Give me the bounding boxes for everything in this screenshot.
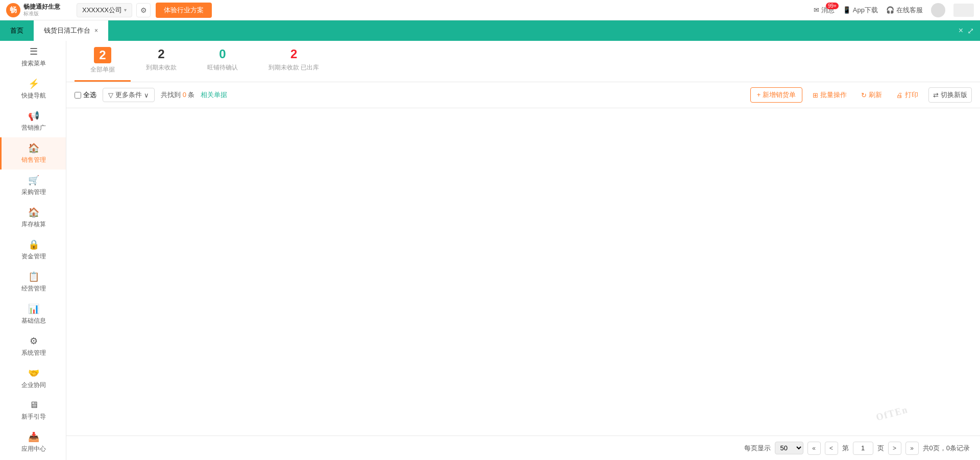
related-button[interactable]: 相关单据	[201, 90, 227, 100]
batch-button[interactable]: ⊞ 批量操作	[808, 88, 851, 102]
page-unit: 页	[877, 444, 884, 453]
sidebar-item-apps[interactable]: 📥 应用中心	[0, 426, 66, 458]
stat-num-overdue: 2	[158, 47, 164, 61]
sidebar-item-basic-info[interactable]: 📊 基础信息	[0, 298, 66, 330]
batch-icon: ⊞	[813, 91, 818, 99]
online-service-label: 在线客服	[896, 6, 923, 15]
user-name-area[interactable]	[953, 4, 974, 17]
sidebar-item-search[interactable]: ☰ 搜索菜单	[0, 41, 66, 73]
gear-button[interactable]: ⚙	[136, 3, 151, 17]
sidebar-label-guide: 新手引导	[21, 413, 46, 421]
message-badge: 99+	[826, 3, 839, 9]
phone-icon: 📱	[843, 6, 851, 14]
select-all-label: 全选	[83, 90, 96, 100]
top-right: ✉ 消息 99+ 📱 App下载 🎧 在线客服	[814, 3, 974, 17]
stat-label-all: 全部单据	[90, 65, 115, 74]
sidebar: ☰ 搜索菜单 ⚡ 快捷导航 📢 营销推广 🏠 销售管理 🛒 采购管理 🏠 库存核…	[0, 41, 66, 460]
add-sale-button[interactable]: + 新增销货单	[750, 87, 802, 103]
sidebar-item-purchase[interactable]: 🛒 采购管理	[0, 170, 66, 202]
online-service-item[interactable]: 🎧 在线客服	[886, 6, 923, 15]
logo-text: 畅捷通好生意 标准版	[23, 3, 60, 16]
company-selector[interactable]: XXXXXX公司 ▾	[77, 3, 132, 17]
sidebar-item-system[interactable]: ⚙ 系统管理	[0, 330, 66, 362]
per-page-label: 每页显示	[744, 444, 771, 453]
tab-close-icon[interactable]: ×	[94, 27, 98, 34]
sidebar-label-inventory: 库存核算	[21, 220, 46, 229]
home-tab-label: 首页	[10, 26, 23, 35]
sidebar-label-operation: 经营管理	[21, 284, 46, 293]
found-count: 0	[183, 91, 186, 99]
filter-button[interactable]: ▽ 更多条件 ∨	[103, 88, 155, 102]
tab-close-button[interactable]: ×	[959, 26, 963, 35]
app-download-label: App下载	[853, 6, 878, 15]
sidebar-item-marketing[interactable]: 📢 营销推广	[0, 105, 66, 137]
system-icon: ⚙	[30, 335, 38, 347]
refresh-button[interactable]: ↻ 刷新	[857, 88, 886, 102]
stats-tabs: 2 全部单据 2 到期未收款 0 旺铺待确认 2 到期未收款 已出库	[66, 41, 980, 82]
found-unit: 条	[188, 91, 194, 99]
sidebar-label-sales: 销售管理	[21, 156, 46, 164]
stat-num-pending: 0	[219, 47, 226, 61]
prev-page-button[interactable]: <	[825, 442, 838, 455]
per-page-select[interactable]: 50 100 200	[775, 442, 803, 454]
chevron-down-icon: ▾	[124, 7, 127, 13]
stat-tab-pending[interactable]: 0 旺铺待确认	[192, 41, 253, 82]
refresh-label: 刷新	[869, 90, 882, 100]
tab-workbench[interactable]: 钱货日清工作台 ×	[34, 20, 108, 41]
page-input[interactable]	[853, 442, 873, 455]
logo-name: 畅捷通好生意	[23, 3, 60, 10]
app-download-item[interactable]: 📱 App下载	[843, 6, 878, 15]
logo-area: 畅 畅捷通好生意 标准版	[6, 3, 72, 17]
sidebar-item-inventory[interactable]: 🏠 库存核算	[0, 202, 66, 234]
stat-label-overdue: 到期未收款	[146, 63, 177, 72]
sidebar-label-basic-info: 基础信息	[21, 317, 46, 325]
toolbar: 全选 ▽ 更多条件 ∨ 共找到 0 条 相关单据 + 新增销货单 ⊞ 批量操作	[66, 82, 980, 108]
stat-num-overdue-out: 2	[290, 47, 297, 61]
sidebar-label-cooperation: 企业协同	[21, 381, 46, 390]
main-layout: ☰ 搜索菜单 ⚡ 快捷导航 📢 营销推广 🏠 销售管理 🛒 采购管理 🏠 库存核…	[0, 41, 980, 460]
next-page-button[interactable]: >	[888, 442, 901, 455]
sidebar-label-apps: 应用中心	[21, 445, 46, 453]
select-all-checkbox[interactable]: 全选	[75, 90, 96, 100]
company-name: XXXXXX公司	[82, 6, 122, 15]
sidebar-item-operation[interactable]: 📋 经营管理	[0, 266, 66, 298]
stat-tab-overdue-out[interactable]: 2 到期未收款 已出库	[253, 41, 334, 82]
printer-icon: 🖨	[896, 91, 903, 99]
logo-icon: 畅	[6, 3, 20, 17]
cart-icon: 🛒	[28, 175, 39, 186]
stat-tab-all[interactable]: 2 全部单据	[75, 41, 131, 82]
lightning-icon: ⚡	[28, 78, 39, 89]
switch-button[interactable]: ⇄ 切换新版	[928, 87, 972, 103]
message-item[interactable]: ✉ 消息 99+	[814, 6, 835, 15]
filter-chevron-icon: ∨	[144, 91, 149, 99]
sidebar-label-marketing: 营销推广	[21, 124, 46, 132]
stat-label-pending: 旺铺待确认	[207, 63, 238, 72]
first-page-button[interactable]: «	[807, 442, 821, 455]
headset-icon: 🎧	[886, 6, 894, 14]
menu-icon: ☰	[30, 46, 38, 57]
toolbar-right: + 新增销货单 ⊞ 批量操作 ↻ 刷新 🖨 打印 ⇄ 切换新版	[750, 87, 972, 103]
switch-label: 切换新版	[941, 90, 967, 100]
stat-num-all: 2	[94, 47, 111, 63]
handshake-icon: 🤝	[28, 368, 39, 379]
filter-icon: ▽	[108, 91, 113, 99]
sidebar-item-guide[interactable]: 🖥 新手引导	[0, 395, 66, 426]
tab-home[interactable]: 首页	[0, 20, 34, 41]
workbench-tab-label: 钱货日清工作台	[44, 26, 90, 35]
sidebar-item-cooperation[interactable]: 🤝 企业协同	[0, 362, 66, 395]
stat-tab-overdue[interactable]: 2 到期未收款	[131, 41, 192, 82]
refresh-icon: ↻	[861, 91, 867, 99]
sidebar-label-purchase: 采购管理	[21, 188, 46, 197]
sidebar-item-finance[interactable]: 🔒 资金管理	[0, 234, 66, 266]
trial-button[interactable]: 体验行业方案	[156, 3, 212, 18]
tab-expand-button[interactable]: ⤢	[967, 26, 974, 36]
sidebar-item-quick-nav[interactable]: ⚡ 快捷导航	[0, 73, 66, 105]
avatar[interactable]	[931, 3, 945, 17]
checkbox-input[interactable]	[75, 92, 81, 99]
shop-icon: 🏠	[28, 142, 39, 154]
print-button[interactable]: 🖨 打印	[892, 88, 922, 102]
report-icon: 📋	[28, 271, 39, 282]
warehouse-icon: 🏠	[28, 207, 39, 218]
last-page-button[interactable]: »	[905, 442, 919, 455]
sidebar-item-sales[interactable]: 🏠 销售管理	[0, 137, 66, 170]
